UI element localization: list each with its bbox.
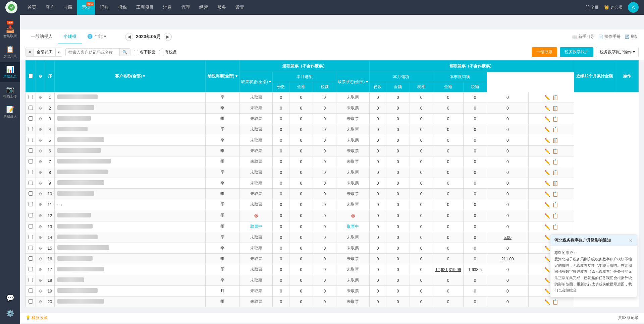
edit-button[interactable]: ✏️ [544,267,550,272]
edit-button[interactable]: ✏️ [544,116,550,122]
one-key-fetch-button[interactable]: 一键取票 [532,47,557,57]
nav-operation[interactable]: 经营 [195,0,213,15]
row-checkbox[interactable] [29,127,33,131]
row-settings-icon[interactable]: ⚙ [39,192,42,196]
copy-button[interactable]: 📋 [552,213,558,218]
nav-home[interactable]: 首页 [23,0,41,15]
tab-small-scale[interactable]: 小规模 [58,29,82,44]
row-checkbox[interactable] [29,278,33,282]
edit-button[interactable]: ✏️ [544,191,550,197]
row-checkbox[interactable] [29,256,33,261]
edit-button[interactable]: ✏️ [544,148,550,154]
row-settings-icon[interactable]: ⚙ [39,213,42,218]
edit-button[interactable]: ✏️ [544,235,550,240]
copy-button[interactable]: 📋 [552,299,558,305]
copy-button[interactable]: 📋 [552,127,558,132]
row-checkbox[interactable] [29,267,33,271]
edit-button[interactable]: ✏️ [544,138,550,143]
edit-button[interactable]: ✏️ [544,170,550,175]
copy-button[interactable]: 📋 [552,95,558,100]
nav-collection[interactable]: 收藏 [59,0,77,15]
sidebar-item-scan-upload[interactable]: 📷 扫描上传 [0,82,20,102]
nav-message[interactable]: 消息 [158,0,176,15]
nav-settings[interactable]: 设置 [231,0,249,15]
row-checkbox[interactable] [29,202,33,206]
copy-button[interactable]: 📋 [552,224,558,230]
prev-month-button[interactable]: ◀ [125,33,133,41]
edit-button[interactable]: ✏️ [544,299,550,305]
row-checkbox[interactable] [29,116,33,121]
tax-digital-account-ops-button[interactable]: 税务数字账户操作 ▾ [596,47,639,57]
row-settings-icon[interactable]: ⚙ [39,224,42,229]
row-settings-icon[interactable]: ⚙ [39,289,42,294]
employee-dropdown-arrow[interactable]: ▾ [55,49,62,56]
nav-accounting[interactable]: 记账 [95,0,113,15]
copy-button[interactable]: 📋 [552,148,558,154]
search-button[interactable]: 🔍 [119,49,130,56]
rolling12-amount[interactable]: 5.00 [504,235,512,240]
row-checkbox[interactable] [29,106,33,110]
row-checkbox[interactable] [29,224,33,229]
checkbox-account[interactable]: 名下帐套 [134,49,156,55]
credit-amount[interactable]: 12,621,319.99 [435,267,461,272]
row-settings-icon[interactable]: ⚙ [39,117,42,121]
copy-button[interactable]: 📋 [552,116,558,122]
copy-button[interactable]: 📋 [552,170,558,175]
nav-business[interactable]: 工商项目 [131,0,158,15]
sidebar-item-chat[interactable]: 💬 [5,290,16,306]
guide-button[interactable]: 📖 新手引导 [572,34,594,40]
row-settings-icon[interactable]: ⚙ [39,278,42,283]
row-settings-icon[interactable]: ⚙ [39,138,42,143]
search-input[interactable] [66,49,119,56]
copy-button[interactable]: 📋 [552,106,558,111]
row-checkbox[interactable] [29,288,33,293]
sidebar-item-config[interactable]: ⚙️ [5,306,16,321]
avatar[interactable]: A [628,2,639,13]
tab-all-in-one[interactable]: 🌐 全能 ▾ [82,29,112,44]
copy-button[interactable]: 📋 [552,159,558,165]
row-settings-icon[interactable]: ⚙ [39,159,42,164]
row-settings-icon[interactable]: ⚙ [39,246,42,251]
refresh-button[interactable]: 🔄 刷新 [625,34,639,40]
tax-disk-checkbox[interactable] [159,50,163,54]
tax-digital-account-button[interactable]: 税务数字账户 [560,47,593,57]
sidebar-item-invoice-summary[interactable]: 📊 票据汇总 [0,62,20,82]
row-settings-icon[interactable]: ⚙ [39,95,42,100]
checkbox-tax-disk[interactable]: 有税盘 [159,49,177,55]
row-checkbox[interactable] [29,138,33,142]
vip-button[interactable]: 👑 购会员 [604,5,623,10]
row-settings-icon[interactable]: ⚙ [39,127,42,132]
edit-button[interactable]: ✏️ [544,256,550,262]
nav-customer[interactable]: 客户 [41,0,59,15]
copy-button[interactable]: 📋 [552,202,558,207]
row-settings-icon[interactable]: ⚙ [39,202,42,207]
sidebar-item-smart-ticket[interactable]: new 📥 智能取票 [0,17,20,42]
copy-button[interactable]: 📋 [552,138,558,143]
manual-button[interactable]: 📄 操作手册 [598,34,621,40]
row-settings-icon[interactable]: ⚙ [39,300,42,304]
fullscreen-button[interactable]: ⛶ 全屏 [585,5,599,10]
row-checkbox[interactable] [29,246,33,250]
row-settings-icon[interactable]: ⚙ [39,170,42,175]
edit-button[interactable]: ✏️ [544,106,550,111]
edit-button[interactable]: ✏️ [544,288,550,294]
row-checkbox[interactable] [29,299,33,304]
edit-button[interactable]: ✏️ [544,278,550,283]
nav-invoice[interactable]: 票据 new [77,0,95,15]
tax-policy-link[interactable]: 💡 税务政策 [25,315,48,321]
row-settings-icon[interactable]: ⚙ [39,149,42,153]
row-checkbox[interactable] [29,95,33,99]
edit-button[interactable]: ✏️ [544,181,550,186]
next-month-button[interactable]: ▶ [164,33,172,41]
row-checkbox[interactable] [29,181,33,185]
edit-button[interactable]: ✏️ [544,95,550,100]
tab-general-taxpayer[interactable]: 一般纳税人 [25,29,58,44]
edit-button[interactable]: ✏️ [544,213,550,218]
row-checkbox[interactable] [29,191,33,196]
edit-button[interactable]: ✏️ [544,246,550,251]
row-settings-icon[interactable]: ⚙ [39,181,42,186]
rolling12-amount[interactable]: 211.00 [501,257,514,261]
sidebar-item-invoice-entry[interactable]: 📝 票据录入 [0,102,20,122]
edit-button[interactable]: ✏️ [544,202,550,207]
row-checkbox[interactable] [29,213,33,217]
